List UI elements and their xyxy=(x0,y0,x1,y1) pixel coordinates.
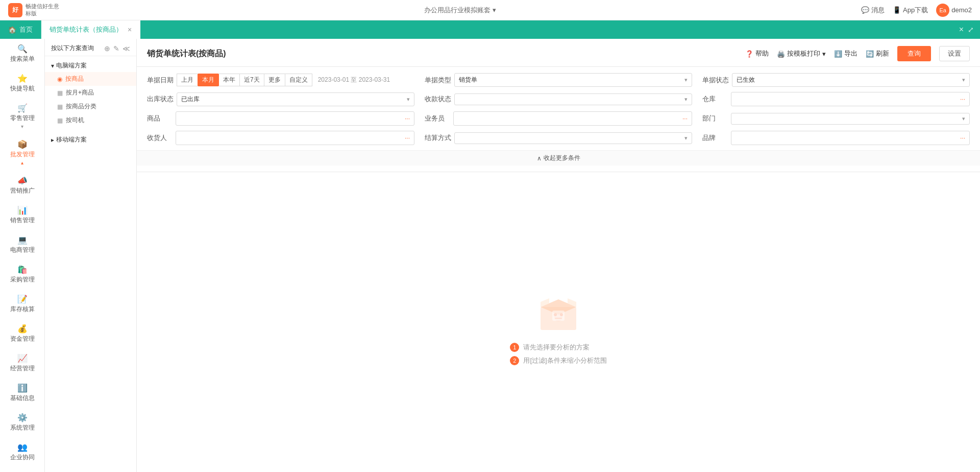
sidebar-item-enterprise[interactable]: 👥 企业协同 xyxy=(0,437,44,467)
chevron-right-icon: ▸ xyxy=(51,136,54,144)
scheme-item-by-month-product[interactable]: ▦ 按月+商品 xyxy=(45,86,136,100)
sidebar-item-retail[interactable]: 🛒 零售管理 ▾ xyxy=(0,98,44,134)
query-button[interactable]: 查询 xyxy=(897,46,931,61)
chevron-down-icon: ▾ xyxy=(962,115,965,122)
message-icon: 💬 xyxy=(861,6,869,14)
sidebar-item-sales[interactable]: 📊 销售管理 xyxy=(0,200,44,230)
add-scheme-button[interactable]: ⊕ xyxy=(104,44,110,53)
department-select[interactable]: ▾ xyxy=(731,113,970,125)
expand-icon: ▴ xyxy=(21,160,23,166)
scheme-item-by-product[interactable]: ◉ 按商品 xyxy=(45,72,136,86)
settlement-select[interactable]: ▾ xyxy=(454,132,692,144)
more-dots-icon: ··· xyxy=(960,96,965,103)
filter-warehouse: 仓库 ··· xyxy=(702,92,970,106)
filter-settlement: 结算方式 ▾ xyxy=(425,132,692,144)
more-dots-icon: ··· xyxy=(405,134,410,141)
message-button[interactable]: 💬 消息 xyxy=(861,6,885,15)
edit-scheme-button[interactable]: ✎ xyxy=(113,44,119,53)
scheme-item-by-category[interactable]: ▦ 按商品分类 xyxy=(45,100,136,113)
svg-point-6 xyxy=(554,313,557,316)
salesperson-select[interactable]: ··· xyxy=(453,111,692,126)
sidebar-item-marketing[interactable]: 📣 营销推广 xyxy=(0,171,44,200)
empty-illustration xyxy=(528,279,589,337)
sidebar-item-inventory[interactable]: 📝 库存核算 xyxy=(0,289,44,319)
outbound-select[interactable]: 已出库 ▾ xyxy=(177,92,414,106)
tab-report[interactable]: 销货单统计表（按商品） × xyxy=(41,20,140,39)
hint-number-2: 2 xyxy=(510,356,519,365)
svg-rect-5 xyxy=(552,311,565,321)
tab-close-icon[interactable]: × xyxy=(128,26,132,34)
expand-icon: ▾ xyxy=(21,124,23,129)
top-bar-right: 💬 消息 📱 App下载 Ea demo2 xyxy=(861,4,972,17)
sidebar-item-search[interactable]: 🔍 搜索菜单 xyxy=(0,39,44,68)
empty-state: 1 请先选择要分析的方案 2 用[过滤]条件来缩小分析范围 xyxy=(137,172,980,472)
scheme-item-by-machine[interactable]: ▦ 按司机 xyxy=(45,113,136,127)
template-print-button[interactable]: 🖨️ 按模板打印 ▾ xyxy=(777,49,826,58)
settings-button[interactable]: 设置 xyxy=(939,46,970,61)
date-tab-this-month[interactable]: 本月 xyxy=(198,74,219,86)
enterprise-icon: 👥 xyxy=(17,442,28,452)
sidebar-item-finance[interactable]: 💰 资金管理 xyxy=(0,319,44,348)
app-download-button[interactable]: 📱 App下载 xyxy=(893,6,928,15)
home-icon: 🏠 xyxy=(8,26,16,34)
date-tab-this-year[interactable]: 本年 xyxy=(218,74,240,86)
payment-select[interactable]: ▾ xyxy=(454,93,692,105)
top-bar: 好 畅捷信好生意 标版 办公用品行业模拟账套 ▾ 💬 消息 📱 App下载 Ea… xyxy=(0,0,980,20)
date-tab-more[interactable]: 更多 xyxy=(264,74,285,86)
warehouse-select[interactable]: ··· xyxy=(731,92,970,106)
product-select[interactable]: ··· xyxy=(176,111,414,126)
sidebar-item-wholesale[interactable]: 📦 批发管理 ▴ xyxy=(0,134,44,171)
date-tab-last-month[interactable]: 上月 xyxy=(177,74,198,86)
sidebar-item-ops[interactable]: 📈 经营管理 xyxy=(0,348,44,378)
empty-box-svg xyxy=(528,279,589,335)
doc-type-select[interactable]: 销货单 ▾ xyxy=(454,73,692,87)
chevron-down-icon: ▾ xyxy=(51,62,54,69)
date-tab-7days[interactable]: 近7天 xyxy=(239,74,264,86)
page-title: 销货单统计表(按商品) xyxy=(147,49,226,59)
user-menu[interactable]: Ea demo2 xyxy=(936,4,972,17)
scheme-group-mobile: ▸ 移动端方案 xyxy=(45,130,136,149)
date-range-display: 2023-03-01 至 2023-03-31 xyxy=(318,76,390,84)
finance-icon: 💰 xyxy=(17,324,28,334)
help-button[interactable]: ❓ 帮助 xyxy=(745,49,769,58)
filter-date: 单据日期 上月 本月 本年 近7天 更多 自定义 2023-03-01 至 20… xyxy=(147,74,414,86)
workspace-selector[interactable]: 办公用品行业模拟账套 ▾ xyxy=(424,6,496,15)
page-action-bar: ❓ 帮助 🖨️ 按模板打印 ▾ ⬇️ 导出 🔄 刷新 查询 设置 xyxy=(745,46,970,61)
collapse-bar[interactable]: ∧ 收起更多条件 xyxy=(137,150,980,166)
search-icon: 🔍 xyxy=(17,44,28,54)
scheme-group-mobile-title[interactable]: ▸ 移动端方案 xyxy=(45,133,136,146)
page-header: 销货单统计表(按商品) ❓ 帮助 🖨️ 按模板打印 ▾ ⬇️ 导出 🔄 刷新 xyxy=(137,39,980,67)
help-icon: ❓ xyxy=(745,50,753,58)
brand-select[interactable]: ··· xyxy=(731,131,970,145)
export-icon: ⬇️ xyxy=(834,50,842,58)
doc-status-select[interactable]: 已生效 ▾ xyxy=(732,73,970,87)
download-icon: 📱 xyxy=(893,6,901,14)
sidebar-item-basic[interactable]: ℹ️ 基础信息 xyxy=(0,378,44,408)
radio-selected-icon: ◉ xyxy=(57,76,62,83)
sidebar: 🔍 搜索菜单 ⭐ 快捷导航 🛒 零售管理 ▾ 📦 批发管理 ▴ 📣 营销推广 📊… xyxy=(0,39,45,472)
sidebar-item-system[interactable]: ⚙️ 系统管理 xyxy=(0,408,44,437)
tab-maximize-icon[interactable]: ⤢ xyxy=(968,26,974,34)
export-button[interactable]: ⬇️ 导出 xyxy=(834,49,857,58)
grid-icon: ▦ xyxy=(57,117,63,124)
sidebar-item-guide[interactable]: 🎯 新手引导 xyxy=(0,467,44,472)
scheme-group-desktop-title[interactable]: ▾ 电脑端方案 xyxy=(45,59,136,72)
date-filter-control: 上月 本月 本年 近7天 更多 自定义 2023-03-01 至 2023-03… xyxy=(177,74,414,86)
receiver-select[interactable]: ··· xyxy=(176,131,414,145)
tab-home[interactable]: 🏠 首页 xyxy=(0,20,41,39)
tab-close-window-icon[interactable]: × xyxy=(959,25,964,34)
star-icon: ⭐ xyxy=(17,74,28,83)
chevron-down-icon: ▾ xyxy=(684,96,688,103)
date-tab-custom[interactable]: 自定义 xyxy=(285,74,312,86)
refresh-button[interactable]: 🔄 刷新 xyxy=(866,49,889,58)
retail-icon: 🛒 xyxy=(17,103,28,113)
sidebar-item-ecom[interactable]: 💻 电商管理 xyxy=(0,230,44,259)
filter-payment: 收款状态 ▾ xyxy=(425,93,692,105)
sidebar-item-purchase[interactable]: 🛍️ 采购管理 xyxy=(0,259,44,289)
collapse-panel-button[interactable]: ≪ xyxy=(122,44,130,53)
chevron-down-icon: ▾ xyxy=(962,77,965,83)
marketing-icon: 📣 xyxy=(17,176,28,185)
ops-icon: 📈 xyxy=(17,353,28,363)
sidebar-item-quicknav[interactable]: ⭐ 快捷导航 xyxy=(0,68,44,98)
logo-text: 畅捷信好生意 标版 xyxy=(26,3,59,16)
